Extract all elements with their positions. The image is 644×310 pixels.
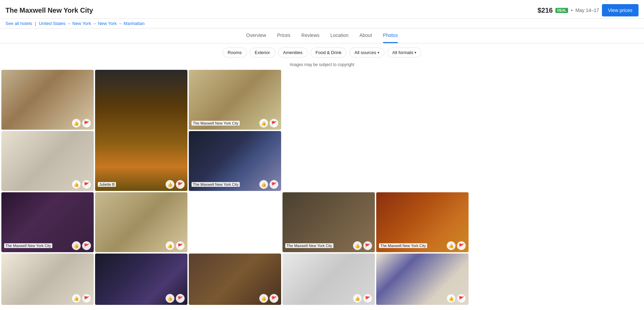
like-button[interactable]: 👍 xyxy=(447,241,456,250)
view-prices-button[interactable]: View prices xyxy=(602,4,639,16)
like-button[interactable]: 👍 xyxy=(72,294,81,303)
like-button[interactable]: 👍 xyxy=(353,294,362,303)
photo-item[interactable]: The Maxwell New York City 👍 🚩 xyxy=(282,192,375,252)
photo-item[interactable]: The Maxwell New York City 👍 🚩 xyxy=(376,192,469,252)
photo-item[interactable]: The Maxwell New York City 👍 🚩 xyxy=(189,70,281,130)
flag-button[interactable]: 🚩 xyxy=(363,294,372,303)
flag-button[interactable]: 🚩 xyxy=(82,119,91,128)
breadcrumb-arrow-2: → xyxy=(92,21,96,26)
photo-item[interactable]: 👍 🚩 xyxy=(1,254,94,305)
like-button[interactable]: 👍 xyxy=(72,180,81,189)
flag-button[interactable]: 🚩 xyxy=(270,119,278,128)
flag-button[interactable]: 🚩 xyxy=(176,180,185,189)
filter-all-formats[interactable]: All formats ▾ xyxy=(387,48,421,57)
filter-food-drink[interactable]: Food & Drink xyxy=(311,48,347,57)
photo-item[interactable]: 👍 🚩 xyxy=(189,254,281,305)
flag-button[interactable]: 🚩 xyxy=(82,294,91,303)
like-button[interactable]: 👍 xyxy=(72,241,81,250)
photo-grid-container: 👍 🚩 👍 🚩 Juliette B xyxy=(0,70,644,310)
like-button[interactable]: 👍 xyxy=(259,180,268,189)
breadcrumb: See all hotels | United States → New Yor… xyxy=(0,19,644,28)
filter-amenities[interactable]: Amenities xyxy=(278,48,308,57)
copyright-notice: Images may be subject to copyright xyxy=(0,62,644,70)
photo-item[interactable]: 👍 🚩 xyxy=(1,131,94,191)
price-text: $216 xyxy=(538,7,553,14)
photo-source-label: The Maxwell New York City xyxy=(192,182,240,187)
breadcrumb-new-york-state[interactable]: New York xyxy=(73,21,91,26)
photo-item-tall[interactable]: Juliette B 👍 🚩 xyxy=(95,70,187,191)
flag-button[interactable]: 🚩 xyxy=(457,241,466,250)
photo-source-label: The Maxwell New York City xyxy=(4,243,52,248)
breadcrumb-arrow-3: → xyxy=(118,21,122,26)
flag-button[interactable]: 🚩 xyxy=(176,294,185,303)
photo-source-label: The Maxwell New York City xyxy=(192,121,240,126)
like-button[interactable]: 👍 xyxy=(72,119,81,128)
hotel-title: The Maxwell New York City xyxy=(5,7,93,14)
photo-item[interactable]: 👍 🚩 xyxy=(376,254,469,305)
photo-item[interactable]: 👍 🚩 xyxy=(95,254,187,305)
like-button[interactable]: 👍 xyxy=(447,294,456,303)
chevron-down-icon: ▾ xyxy=(378,51,379,54)
like-button[interactable]: 👍 xyxy=(166,180,174,189)
price-section: $216 DEAL • May 14–17 View prices xyxy=(538,4,639,16)
breadcrumb-united-states[interactable]: United States xyxy=(39,21,65,26)
breadcrumb-manhattan[interactable]: Manhattan xyxy=(123,21,144,26)
like-button[interactable]: 👍 xyxy=(166,294,174,303)
date-separator: • xyxy=(571,8,573,13)
nav-tabs: Overview Prices Reviews Location About P… xyxy=(0,28,644,43)
top-header: The Maxwell New York City $216 DEAL • Ma… xyxy=(0,0,644,19)
photo-item[interactable]: The Maxwell New York City 👍 🚩 xyxy=(1,192,94,252)
flag-button[interactable]: 🚩 xyxy=(176,241,185,250)
photo-source-label: The Maxwell New York City xyxy=(285,243,333,248)
breadcrumb-see-all[interactable]: See all hotels xyxy=(5,21,32,26)
flag-button[interactable]: 🚩 xyxy=(363,241,372,250)
filter-exterior[interactable]: Exterior xyxy=(250,48,275,57)
breadcrumb-arrow-1: → xyxy=(67,21,71,26)
filter-all-sources[interactable]: All sources ▾ xyxy=(349,48,384,57)
photo-item[interactable]: 👍 🚩 xyxy=(1,70,94,130)
flag-button[interactable]: 🚩 xyxy=(82,241,91,250)
all-formats-label: All formats xyxy=(392,50,413,55)
filter-rooms[interactable]: Rooms xyxy=(223,48,247,57)
flag-button[interactable]: 🚩 xyxy=(457,294,466,303)
tab-location[interactable]: Location xyxy=(330,33,349,43)
all-sources-label: All sources xyxy=(354,50,376,55)
photo-item[interactable]: 👍 🚩 xyxy=(95,192,187,252)
like-button[interactable]: 👍 xyxy=(259,119,268,128)
tab-about[interactable]: About xyxy=(359,33,372,43)
tab-reviews[interactable]: Reviews xyxy=(301,33,319,43)
like-button[interactable]: 👍 xyxy=(166,241,174,250)
photo-source-label: The Maxwell New York City xyxy=(379,243,427,248)
like-button[interactable]: 👍 xyxy=(353,241,362,250)
date-range: May 14–17 xyxy=(575,8,599,13)
breadcrumb-new-york-city[interactable]: New York xyxy=(98,21,117,26)
photo-item[interactable]: The Maxwell New York City 👍 🚩 xyxy=(189,131,281,191)
chevron-down-icon: ▾ xyxy=(415,51,416,54)
flag-button[interactable]: 🚩 xyxy=(82,180,91,189)
filter-bar: Rooms Exterior Amenities Food & Drink Al… xyxy=(0,43,644,62)
flag-button[interactable]: 🚩 xyxy=(270,294,278,303)
flag-button[interactable]: 🚩 xyxy=(270,180,278,189)
photo-item[interactable]: 👍 🚩 xyxy=(282,254,375,305)
photo-source-label: Juliette B xyxy=(98,182,116,187)
tab-prices[interactable]: Prices xyxy=(277,33,290,43)
deal-badge: DEAL xyxy=(555,8,568,13)
like-button[interactable]: 👍 xyxy=(259,294,268,303)
tab-overview[interactable]: Overview xyxy=(246,33,266,43)
tab-photos[interactable]: Photos xyxy=(383,33,398,43)
breadcrumb-divider: | xyxy=(35,21,36,26)
